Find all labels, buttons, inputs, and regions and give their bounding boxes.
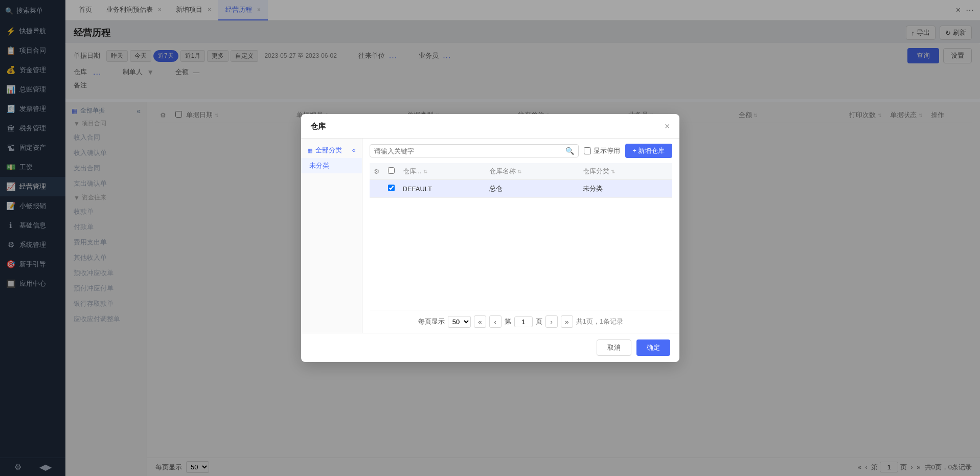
modal-page-size-label: 每页显示 xyxy=(418,317,445,326)
modal-th-name: 仓库名称 ⇅ xyxy=(485,163,579,180)
row-code: DEFAULT xyxy=(399,180,485,198)
all-categories-header[interactable]: ▦ 全部分类 « xyxy=(301,143,362,158)
modal-table-body: DEFAULT 总仓 未分类 xyxy=(370,180,672,198)
add-warehouse-button[interactable]: + 新增仓库 xyxy=(625,144,672,158)
modal-next-page[interactable]: › xyxy=(545,315,558,328)
modal-table-head: ⚙ 仓库... ⇅ 仓库名称 ⇅ xyxy=(370,163,672,180)
modal-first-page[interactable]: « xyxy=(474,315,486,328)
category-uncategorized[interactable]: 未分类 xyxy=(301,158,362,173)
row-checkbox[interactable] xyxy=(388,185,395,191)
modal-footer: 取消 确定 xyxy=(301,333,679,362)
modal-prev-page[interactable]: ‹ xyxy=(489,315,502,328)
warehouse-modal: 仓库 × ▦ 全部分类 « 未分类 xyxy=(301,114,679,362)
modal-categories: ▦ 全部分类 « 未分类 xyxy=(301,139,362,333)
modal-search-input[interactable] xyxy=(374,147,563,155)
modal-table-panel: 🔍 显示停用 + 新增仓库 xyxy=(362,139,679,333)
modal-page-input[interactable] xyxy=(514,316,533,327)
modal-th-category: 仓库分类 ⇅ xyxy=(579,163,672,180)
modal-pagination: 每页显示 50 « ‹ 第 页 › » 共1页，1条记录 xyxy=(370,310,672,333)
modal-table-header-row: ⚙ 仓库... ⇅ 仓库名称 ⇅ xyxy=(370,163,672,180)
modal-table-container: ⚙ 仓库... ⇅ 仓库名称 ⇅ xyxy=(370,163,672,306)
modal-last-page[interactable]: » xyxy=(561,315,573,328)
categories-collapse-icon[interactable]: « xyxy=(352,147,356,154)
modal-overlay: 仓库 × ▦ 全部分类 « 未分类 xyxy=(65,0,980,476)
modal-th-code: 仓库... ⇅ xyxy=(399,163,485,180)
modal-select-all[interactable] xyxy=(388,167,395,174)
row-check[interactable] xyxy=(384,180,399,198)
add-warehouse-label: + 新增仓库 xyxy=(632,146,665,155)
show-disabled-checkbox[interactable] xyxy=(584,147,591,154)
modal-close-button[interactable]: × xyxy=(665,121,670,132)
row-name: 总仓 xyxy=(485,180,579,198)
modal-title: 仓库 xyxy=(310,122,665,131)
modal-search-box[interactable]: 🔍 xyxy=(370,144,579,157)
show-disabled-toggle: 显示停用 xyxy=(584,146,620,155)
modal-warehouse-table: ⚙ 仓库... ⇅ 仓库名称 ⇅ xyxy=(370,163,672,198)
all-categories-label: 全部分类 xyxy=(315,146,342,155)
modal-search-icon: 🔍 xyxy=(565,147,574,155)
cancel-button[interactable]: 取消 xyxy=(597,339,631,356)
modal-page-size-select[interactable]: 50 xyxy=(448,316,471,328)
show-disabled-label: 显示停用 xyxy=(594,146,620,155)
row-category: 未分类 xyxy=(579,180,672,198)
modal-header: 仓库 × xyxy=(301,114,679,139)
modal-th-setting[interactable]: ⚙ xyxy=(370,163,384,180)
modal-th-check xyxy=(384,163,399,180)
modal-toolbar: 🔍 显示停用 + 新增仓库 xyxy=(370,144,672,158)
modal-total-info: 共1页，1条记录 xyxy=(576,317,623,326)
row-setting[interactable] xyxy=(370,180,384,198)
table-row[interactable]: DEFAULT 总仓 未分类 xyxy=(370,180,672,198)
all-categories-icon: ▦ xyxy=(307,147,312,154)
confirm-button[interactable]: 确定 xyxy=(636,339,670,356)
modal-body: ▦ 全部分类 « 未分类 🔍 xyxy=(301,139,679,333)
modal-page-unit: 页 xyxy=(536,317,542,326)
main-area: 首页 业务利润预估表 × 新增项目 × 经营历程 × × ⋯ 经营历程 ↑ 导出 xyxy=(65,0,980,476)
modal-page-label: 第 xyxy=(505,317,511,326)
